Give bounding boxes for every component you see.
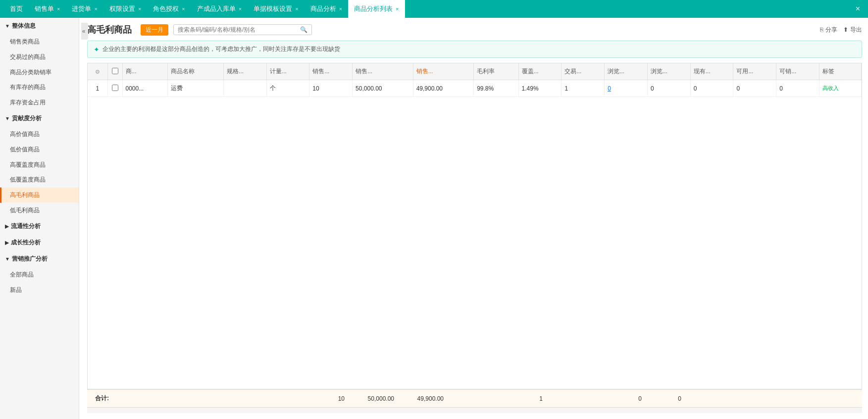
th-unit[interactable]: 计量... bbox=[266, 63, 309, 80]
close-icon[interactable]: × bbox=[295, 6, 298, 12]
th-sellable[interactable]: 可销... bbox=[776, 63, 819, 80]
close-all-tabs[interactable]: × bbox=[852, 4, 864, 13]
sidebar-group-contribution[interactable]: ▼ 贡献度分析 bbox=[0, 110, 79, 127]
close-icon[interactable]: × bbox=[94, 6, 97, 12]
table-row: 1 0000... 运费 bbox=[88, 80, 862, 97]
th-num: ⚙ bbox=[88, 63, 107, 80]
th-available[interactable]: 可用... bbox=[733, 63, 776, 80]
close-icon[interactable]: × bbox=[239, 6, 242, 12]
sidebar-group-marketing[interactable]: ▼ 营销推广分析 bbox=[0, 251, 79, 267]
sidebar-item-low-margin[interactable]: 低毛利商品 bbox=[0, 203, 79, 218]
cell-view2: 0 bbox=[647, 80, 690, 97]
search-input[interactable] bbox=[178, 26, 300, 33]
nav-home[interactable]: 首页 bbox=[4, 0, 29, 18]
sidebar-item-new-goods[interactable]: 新品 bbox=[0, 282, 79, 298]
cell-available: 0 bbox=[733, 80, 776, 97]
cell-sellable: 0 bbox=[776, 80, 819, 97]
th-spec[interactable]: 规格... bbox=[223, 63, 266, 80]
share-button[interactable]: ⎘ 分享 bbox=[820, 26, 837, 34]
page-title: 高毛利商品 bbox=[87, 24, 132, 36]
th-coverage[interactable]: 覆盖... bbox=[518, 63, 562, 80]
row-checkbox[interactable] bbox=[112, 85, 118, 91]
cell-spec bbox=[223, 80, 266, 97]
sidebar-item-stock-funds[interactable]: 库存资金占用 bbox=[0, 95, 79, 110]
cell-name: 运费 bbox=[168, 80, 224, 97]
sidebar-group-growth[interactable]: ▶ 成长性分析 bbox=[0, 234, 79, 251]
settings-icon[interactable]: ⚙ bbox=[95, 69, 100, 75]
data-table-wrapper: ⚙ 商... 商品名称 规格. bbox=[87, 63, 862, 389]
nav-purchase[interactable]: 进货单 × bbox=[66, 0, 103, 18]
footer-cells: 10 50,000.00 49,900.00 1 0 0 bbox=[189, 395, 859, 402]
close-icon[interactable]: × bbox=[182, 6, 185, 12]
sidebar: ▼ 整体信息 销售类商品 交易过的商品 商品分类助销率 有库存的商品 库存资金占… bbox=[0, 18, 79, 419]
th-trade[interactable]: 交易... bbox=[562, 63, 605, 80]
sidebar-item-low-coverage[interactable]: 低覆盖度商品 bbox=[0, 172, 79, 187]
th-sales-qty[interactable]: 销售... bbox=[309, 63, 353, 80]
cell-coverage: 1.49% bbox=[518, 80, 562, 97]
close-icon[interactable]: × bbox=[138, 6, 141, 12]
cell-sales-amount: 50,000.00 bbox=[353, 80, 413, 97]
footer-label: 合计: bbox=[90, 394, 189, 403]
table-header-row: ⚙ 商... 商品名称 规格. bbox=[88, 63, 862, 80]
th-check[interactable] bbox=[107, 63, 122, 80]
chevron-right-icon: ▶ bbox=[5, 224, 9, 229]
export-icon: ⬆ bbox=[843, 26, 848, 33]
th-name[interactable]: 商品名称 bbox=[168, 63, 224, 80]
horizontal-scrollbar[interactable] bbox=[87, 407, 862, 413]
share-icon: ⎘ bbox=[820, 26, 823, 33]
close-icon[interactable]: × bbox=[57, 6, 60, 12]
sidebar-item-low-value[interactable]: 低价值商品 bbox=[0, 142, 79, 157]
th-sales-profit[interactable]: 销售... bbox=[413, 63, 474, 80]
footer-sales-amount: 50,000.00 bbox=[348, 395, 397, 402]
sidebar-item-stocked-goods[interactable]: 有库存的商品 bbox=[0, 80, 79, 95]
nav-production[interactable]: 产成品入库单 × bbox=[191, 0, 248, 18]
footer-totals: 合计: 10 50,000.00 49,900.00 1 0 0 bbox=[87, 389, 862, 407]
cell-tag: 高收入 bbox=[819, 80, 861, 97]
footer-available: 0 bbox=[645, 395, 684, 402]
th-code[interactable]: 商... bbox=[122, 63, 168, 80]
nav-roles[interactable]: 角色授权 × bbox=[147, 0, 191, 18]
sidebar-collapse-btn[interactable]: « bbox=[81, 23, 88, 40]
close-icon[interactable]: × bbox=[396, 6, 399, 12]
data-table: ⚙ 商... 商品名称 规格. bbox=[88, 63, 862, 97]
select-all-checkbox[interactable] bbox=[112, 68, 118, 74]
nav-template[interactable]: 单据模板设置 × bbox=[248, 0, 304, 18]
content-header: 高毛利商品 近一月 🔍 ⎘ 分享 ⬆ 导出 bbox=[87, 24, 862, 36]
export-button[interactable]: ⬆ 导出 bbox=[843, 26, 862, 34]
cell-check[interactable] bbox=[107, 80, 122, 97]
sidebar-group-overall[interactable]: ▼ 整体信息 bbox=[0, 18, 79, 34]
footer-spacer3 bbox=[288, 395, 318, 402]
nav-analysis-list[interactable]: 商品分析列表 × bbox=[348, 0, 405, 18]
sidebar-item-all-goods[interactable]: 全部商品 bbox=[0, 267, 79, 282]
close-icon[interactable]: × bbox=[339, 6, 342, 12]
sidebar-item-traded-goods[interactable]: 交易过的商品 bbox=[0, 49, 79, 65]
sidebar-item-high-value[interactable]: 高价值商品 bbox=[0, 127, 79, 142]
chevron-down-icon: ▼ bbox=[5, 23, 10, 29]
sidebar-item-sales-goods[interactable]: 销售类商品 bbox=[0, 34, 79, 49]
search-icon[interactable]: 🔍 bbox=[300, 26, 307, 33]
th-current-stock[interactable]: 现有... bbox=[690, 63, 733, 80]
info-icon: ✦ bbox=[94, 46, 100, 53]
main-layout: ▼ 整体信息 销售类商品 交易过的商品 商品分类助销率 有库存的商品 库存资金占… bbox=[0, 18, 868, 419]
cell-unit: 个 bbox=[266, 80, 309, 97]
filter-button[interactable]: 近一月 bbox=[141, 24, 168, 36]
nav-permissions[interactable]: 权限设置 × bbox=[103, 0, 147, 18]
footer-spacer bbox=[189, 395, 249, 402]
nav-sales[interactable]: 销售单 × bbox=[29, 0, 66, 18]
cell-view1[interactable]: 0 bbox=[605, 80, 648, 97]
sidebar-item-high-margin[interactable]: 高毛利商品 bbox=[0, 187, 79, 203]
info-banner: ✦ 企业的主要的利润都是这部分商品创造的，可考虑加大推广，同时关注库存是不要出现… bbox=[87, 41, 862, 58]
sidebar-group-circulation[interactable]: ▶ 流通性分析 bbox=[0, 218, 79, 234]
th-tag[interactable]: 标签 bbox=[819, 63, 861, 80]
chevron-down-icon: ▼ bbox=[5, 116, 10, 121]
th-view1[interactable]: 浏览... bbox=[605, 63, 648, 80]
th-margin-rate[interactable]: 毛利率 bbox=[474, 63, 518, 80]
nav-analysis[interactable]: 商品分析 × bbox=[305, 0, 348, 18]
footer-current-stock: 0 bbox=[605, 395, 645, 402]
th-view2[interactable]: 浏览... bbox=[647, 63, 690, 80]
th-sales-amount[interactable]: 销售... bbox=[353, 63, 413, 80]
sidebar-item-high-coverage[interactable]: 高覆盖度商品 bbox=[0, 157, 79, 173]
header-actions: ⎘ 分享 ⬆ 导出 bbox=[820, 26, 862, 34]
footer-sales-qty: 10 bbox=[318, 395, 348, 402]
sidebar-item-category-rate[interactable]: 商品分类助销率 bbox=[0, 65, 79, 80]
